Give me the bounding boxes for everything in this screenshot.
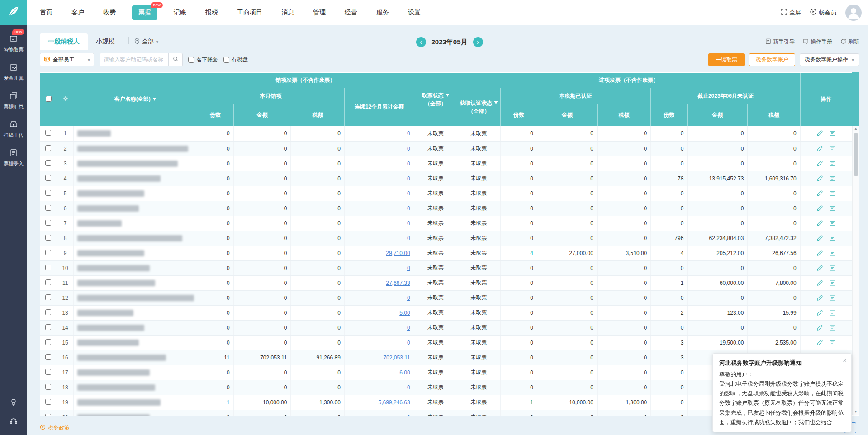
prev-month-button[interactable]: ‹ — [416, 37, 426, 47]
cumulative-amount-link[interactable]: 5,699,246.63 — [379, 399, 410, 406]
cumulative-amount-link[interactable]: 0 — [407, 235, 410, 241]
user-avatar[interactable] — [845, 5, 862, 21]
cumulative-amount-link[interactable]: 29,710.00 — [386, 250, 410, 256]
row-checkbox[interactable] — [45, 324, 51, 330]
invoice-detail-icon[interactable] — [829, 310, 836, 316]
cumulative-amount-link[interactable]: 6.00 — [399, 369, 410, 376]
support-icon[interactable] — [9, 417, 18, 427]
cumulative-amount-link[interactable]: 0 — [407, 130, 410, 137]
cumulative-amount-link[interactable]: 0 — [407, 205, 410, 212]
row-checkbox[interactable] — [45, 279, 51, 285]
invoice-detail-icon[interactable] — [829, 235, 836, 241]
invoice-detail-icon[interactable] — [829, 130, 836, 137]
table-scrollbar[interactable]: ▲ ▼ — [852, 126, 859, 415]
invoice-detail-icon[interactable] — [829, 340, 836, 346]
row-checkbox[interactable] — [45, 309, 51, 315]
manual-link[interactable]: 操作手册 — [803, 38, 832, 46]
sidebar-item-invoice-summary[interactable]: 票据汇总 — [0, 87, 27, 115]
tax-disk-checkbox-input[interactable] — [223, 57, 229, 63]
edit-icon[interactable] — [816, 340, 823, 346]
cumulative-amount-link[interactable]: 702,053.11 — [383, 355, 410, 361]
invoice-detail-icon[interactable] — [829, 220, 836, 227]
edit-icon[interactable] — [816, 325, 823, 331]
edit-icon[interactable] — [816, 310, 823, 316]
sidebar-item-invoice-issue[interactable]: 发票开具 — [0, 58, 27, 87]
next-month-button[interactable]: › — [473, 37, 483, 47]
nav-item-business-projects[interactable]: 工商项目 — [234, 5, 265, 20]
filter-funnel-icon[interactable] — [152, 96, 157, 103]
row-checkbox[interactable] — [45, 354, 51, 360]
close-icon[interactable]: × — [843, 356, 847, 364]
edit-icon[interactable] — [816, 205, 823, 212]
row-checkbox[interactable] — [45, 145, 51, 151]
cumulative-amount-link[interactable]: 27,667.33 — [386, 280, 410, 286]
invoice-detail-icon[interactable] — [829, 146, 836, 152]
nav-item-tax-filing[interactable]: 报税 — [203, 5, 221, 20]
edit-icon[interactable] — [816, 295, 823, 301]
row-checkbox[interactable] — [45, 175, 51, 181]
cumulative-amount-link[interactable]: 0 — [407, 161, 410, 167]
nav-item-home[interactable]: 首页 — [37, 5, 55, 20]
edit-icon[interactable] — [816, 235, 823, 241]
sidebar-item-invoice-entry[interactable]: 票据录入 — [0, 144, 27, 172]
app-logo[interactable] — [0, 0, 27, 25]
invoice-detail-icon[interactable] — [829, 205, 836, 212]
invoice-detail-icon[interactable] — [829, 325, 836, 331]
announcement-icon[interactable] — [9, 398, 18, 408]
column-settings-header[interactable] — [57, 73, 74, 126]
cumulative-amount-link[interactable]: 0 — [407, 340, 410, 346]
sidebar-item-smart-fetch[interactable]: new 智能取票 — [0, 30, 27, 58]
fullscreen-button[interactable]: 全屏 — [781, 9, 801, 17]
invoice-detail-icon[interactable] — [829, 295, 836, 301]
edit-icon[interactable] — [816, 280, 823, 286]
invoice-detail-icon[interactable] — [829, 250, 836, 256]
own-accounts-checkbox[interactable]: 名下账套 — [188, 56, 218, 64]
tax-disk-checkbox[interactable]: 有税盘 — [223, 56, 248, 64]
tax-digital-ops-select[interactable]: 税务数字账户操作 ▾ — [800, 53, 859, 66]
nav-item-services[interactable]: 服务 — [374, 5, 392, 20]
row-checkbox[interactable] — [45, 205, 51, 211]
edit-icon[interactable] — [816, 190, 823, 197]
region-scope-select[interactable]: 全部 ▾ — [134, 38, 158, 50]
edit-icon[interactable] — [816, 250, 823, 256]
ticket-status-header[interactable]: 取票状态 （全部） — [414, 73, 457, 126]
cumulative-amount-link[interactable]: 5.00 — [399, 310, 410, 316]
tax-policy-link[interactable]: 税务政策 — [40, 424, 70, 432]
edit-icon[interactable] — [816, 265, 823, 271]
cumulative-amount-link[interactable]: 0 — [407, 265, 410, 271]
invoice-detail-icon[interactable] — [829, 280, 836, 286]
row-checkbox[interactable] — [45, 294, 51, 300]
nav-item-bookkeeping[interactable]: 记账 — [171, 5, 189, 20]
scrollbar-thumb[interactable] — [854, 133, 858, 176]
cumulative-amount-link[interactable]: 0 — [407, 414, 410, 416]
refresh-link[interactable]: 刷新 — [840, 38, 859, 46]
edit-icon[interactable] — [816, 146, 823, 152]
invoice-detail-icon[interactable] — [829, 265, 836, 271]
nav-item-management[interactable]: 管理 — [310, 5, 328, 20]
nav-item-messages[interactable]: 消息 — [279, 5, 297, 20]
row-checkbox[interactable] — [45, 265, 51, 270]
nav-item-settings[interactable]: 设置 — [405, 5, 423, 20]
row-checkbox[interactable] — [45, 369, 51, 375]
cumulative-amount-link[interactable]: 0 — [407, 325, 410, 331]
cumulative-amount-link[interactable]: 0 — [407, 384, 410, 391]
search-button[interactable] — [168, 53, 183, 66]
edit-icon[interactable] — [816, 220, 823, 227]
invoice-detail-icon[interactable] — [829, 161, 836, 167]
row-checkbox[interactable] — [45, 190, 51, 196]
customer-search-input[interactable] — [100, 53, 168, 66]
nav-item-billing[interactable]: 收费 — [100, 5, 119, 20]
auth-status-header[interactable]: 获取认证状态 （全部） — [457, 88, 501, 126]
own-accounts-checkbox-input[interactable] — [188, 57, 194, 63]
filter-funnel-icon[interactable] — [446, 91, 450, 99]
row-checkbox[interactable] — [45, 339, 51, 345]
row-checkbox[interactable] — [45, 250, 51, 255]
tab-small-scale[interactable]: 小规模 — [88, 33, 123, 50]
row-checkbox[interactable] — [45, 220, 51, 226]
cumulative-amount-link[interactable]: 0 — [407, 295, 410, 301]
tab-general-taxpayer[interactable]: 一般纳税人 — [40, 33, 88, 50]
scroll-down-arrow[interactable]: ▼ — [854, 409, 858, 415]
cumulative-amount-link[interactable]: 0 — [407, 146, 410, 152]
row-checkbox[interactable] — [45, 130, 51, 136]
nav-item-invoices[interactable]: 票据 new — [132, 5, 157, 20]
